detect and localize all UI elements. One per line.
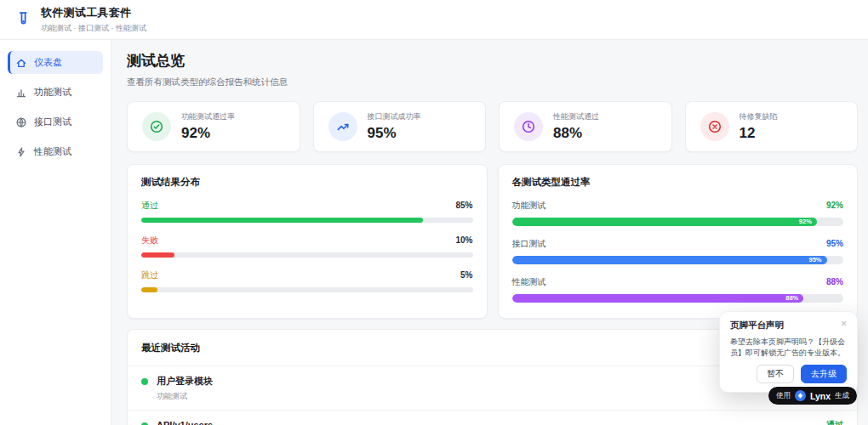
test-tube-icon: [14, 10, 32, 29]
globe-icon: [15, 116, 27, 128]
list-item[interactable]: API/v1/users 接口测试 通过 2小时前: [128, 410, 857, 425]
page-subtitle: 查看所有测试类型的综合报告和统计信息: [127, 76, 858, 88]
chart-row-performance: 性能测试 88% 88%: [512, 276, 844, 303]
chart-row-pass: 通过 85%: [141, 200, 473, 223]
app-title: 软件测试工具套件: [41, 5, 146, 20]
badge-prefix: 使用: [776, 391, 791, 401]
progress-track: 95%: [512, 256, 844, 264]
progress-track: 88%: [512, 294, 844, 303]
progress-fill: [141, 252, 174, 258]
bar-value: 88%: [826, 277, 843, 286]
bar-label: 跳过: [141, 269, 158, 281]
badge-brand: Lynx: [810, 391, 831, 401]
stat-value: 12: [740, 125, 778, 142]
lightning-icon: [15, 146, 27, 158]
sidebar-item-label: 仪表盘: [34, 56, 62, 69]
progress-track: [141, 287, 473, 292]
sidebar-item-label: 性能测试: [34, 145, 71, 158]
clock-icon: [514, 112, 543, 141]
sidebar-item-dashboard[interactable]: 仪表盘: [8, 51, 103, 74]
stat-cards: 功能测试通过率 92% 接口测试成功率 95%: [127, 101, 858, 152]
bar-label: 接口测试: [512, 238, 546, 250]
dismiss-button[interactable]: 暂不: [757, 365, 794, 383]
sidebar-item-performance-test[interactable]: 性能测试: [8, 140, 103, 163]
chart-panels: 测试结果分布 通过 85% 失败 10%: [127, 164, 858, 319]
progress-fill: 95%: [512, 256, 827, 264]
app-title-block: 软件测试工具套件 功能测试 · 接口测试 · 性能测试: [41, 5, 146, 34]
lynx-logo-icon: [795, 390, 806, 401]
stat-card-api-success-rate: 接口测试成功率 95%: [313, 101, 487, 152]
activity-name: 用户登录模块: [157, 375, 213, 388]
activity-name: API/v1/users: [157, 419, 213, 425]
status-dot-green: [141, 378, 148, 385]
stat-label: 性能测试通过: [553, 111, 599, 122]
bar-value: 10%: [455, 235, 472, 245]
stat-card-functional-pass-rate: 功能测试通过率 92%: [127, 101, 300, 152]
stat-card-defects-to-fix: 待修复缺陷 12: [685, 101, 859, 152]
stat-label: 接口测试成功率: [368, 111, 421, 122]
progress-track: [141, 218, 473, 223]
progress-fill: [141, 287, 157, 292]
sidebar-item-label: 接口测试: [34, 116, 71, 128]
stat-label: 待修复缺陷: [740, 111, 778, 122]
progress-track: [141, 252, 473, 258]
chart-row-functional: 功能测试 92% 92%: [512, 200, 844, 226]
progress-track: 92%: [512, 218, 844, 226]
stat-value: 92%: [181, 125, 235, 142]
progress-fill: 88%: [512, 294, 804, 303]
x-circle-icon: [700, 112, 729, 141]
chart-title: 测试结果分布: [141, 176, 473, 189]
sidebar-item-functional-test[interactable]: 功能测试: [8, 81, 103, 104]
upgrade-button[interactable]: 去升级: [801, 365, 847, 383]
bar-value: 5%: [460, 270, 472, 280]
bar-inner-label: 88%: [512, 294, 804, 303]
chart-test-result-distribution: 测试结果分布 通过 85% 失败 10%: [127, 164, 488, 319]
bar-label: 性能测试: [512, 276, 546, 288]
activity-status: 通过: [818, 419, 843, 425]
popup-body-text: 希望去除本页脚声明吗？【升级会员】即可解锁无广告的专业版本。: [730, 337, 847, 358]
check-circle-icon: [142, 112, 171, 141]
bar-inner-label: 92%: [512, 218, 817, 226]
progress-fill: 92%: [512, 218, 817, 226]
bar-label: 失败: [141, 235, 158, 246]
stat-value: 95%: [368, 125, 421, 142]
chart-row-skip: 跳过 5%: [141, 269, 473, 292]
bar-value: 85%: [455, 201, 472, 210]
bar-value: 95%: [826, 239, 843, 248]
stat-label: 功能测试通过率: [181, 111, 235, 122]
chart-title: 各测试类型通过率: [512, 176, 844, 189]
app-subtitle: 功能测试 · 接口测试 · 性能测试: [41, 23, 146, 34]
sidebar-item-api-test[interactable]: 接口测试: [8, 110, 103, 133]
activity-type: 功能测试: [157, 391, 213, 401]
bar-label: 功能测试: [512, 200, 546, 212]
bar-label: 通过: [141, 200, 158, 212]
close-icon[interactable]: ×: [841, 320, 847, 328]
badge-suffix: 生成: [835, 391, 849, 401]
bar-value: 92%: [826, 201, 843, 210]
trend-up-icon: [328, 112, 357, 141]
stat-card-performance-pass: 性能测试通过 88%: [499, 101, 672, 152]
chart-pass-rate-by-type: 各测试类型通过率 功能测试 92% 92% 接口测试 95%: [498, 164, 859, 319]
sidebar-item-label: 功能测试: [34, 86, 71, 99]
page-title: 测试总览: [127, 51, 858, 71]
stat-value: 88%: [553, 125, 599, 142]
lynx-generated-badge[interactable]: 使用 Lynx 生成: [768, 387, 857, 405]
home-icon: [15, 57, 27, 69]
upgrade-popup: 页脚平台声明 × 希望去除本页脚声明吗？【升级会员】即可解锁无广告的专业版本。 …: [719, 311, 858, 393]
popup-title: 页脚平台声明: [730, 320, 784, 332]
chart-row-api: 接口测试 95% 95%: [512, 238, 844, 264]
chart-row-fail: 失败 10%: [141, 235, 473, 258]
sidebar: 仪表盘 功能测试 接口测试 性能测试: [0, 40, 111, 425]
progress-fill: [141, 218, 423, 223]
bar-chart-icon: [15, 87, 27, 99]
app-header: 软件测试工具套件 功能测试 · 接口测试 · 性能测试: [0, 0, 868, 40]
bar-inner-label: 95%: [512, 256, 827, 264]
